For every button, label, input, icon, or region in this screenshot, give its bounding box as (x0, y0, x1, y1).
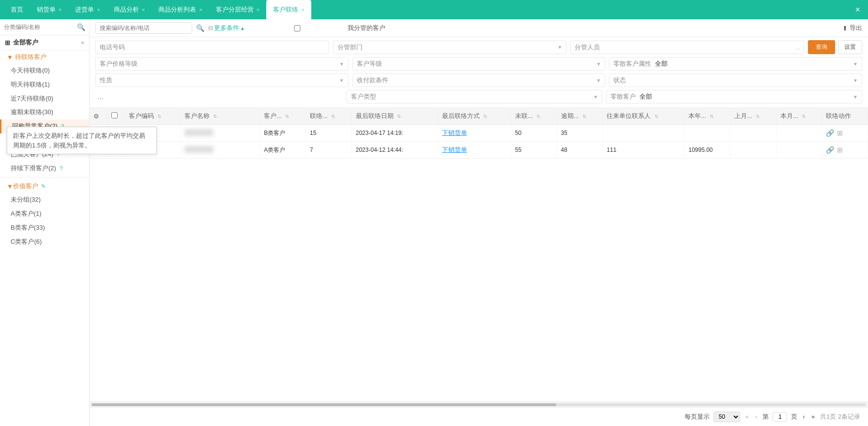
filter-row-4: ... 客户类型 ▼ 零散客户 全部 ▼ (95, 90, 862, 103)
scrollbar-thumb[interactable] (91, 403, 556, 406)
content-area: 距客户上次交易时长，超过了此客户的平均交易周期的1.5倍，则视为异常。 🔍 ⊟ … (90, 19, 868, 426)
row-partner-1: 111 (603, 142, 685, 159)
sidebar-item-b-class[interactable]: B类客户(33) (0, 221, 89, 235)
last-page-btn[interactable]: » (810, 413, 816, 420)
value-arrow-icon: ▼ (7, 183, 13, 190)
sort-contact-icon[interactable]: ⇅ (331, 114, 335, 119)
close-sales-icon[interactable]: × (59, 7, 61, 13)
filter-rows: 电话号码 分管部门 ▼ 分管人员 ... 查询 设置 客户价格等级 (90, 37, 868, 108)
select-all-checkbox[interactable] (111, 112, 118, 118)
query-button[interactable]: 查询 (808, 40, 835, 54)
nav-home[interactable]: 首页 (4, 0, 30, 19)
close-customer-tier-icon[interactable]: × (257, 7, 259, 13)
sparse-attr-field[interactable]: 零散客户属性 全部 ▼ (609, 57, 862, 71)
prev-page-btn[interactable]: ‹ (754, 413, 759, 420)
th-this-year: 本年... ⇅ (685, 108, 731, 125)
th-contact: 联络... ⇅ (306, 108, 352, 125)
export-button[interactable]: ⬆ 导出 (842, 24, 862, 32)
last-method-link-0[interactable]: 下销货单 (442, 129, 467, 136)
sort-code-icon[interactable]: ⇅ (157, 114, 161, 119)
per-page-label: 每页显示 (685, 412, 710, 421)
sidebar-item-overdue-pending[interactable]: 逾期未联络(30) (0, 105, 89, 119)
sidebar-item-c-class[interactable]: C类客户(6) (0, 235, 89, 249)
sidebar-search-icon[interactable]: 🔍 (77, 23, 85, 31)
nav-customer-contact[interactable]: 客户联络 × (266, 0, 311, 19)
horizontal-scrollbar[interactable] (90, 401, 868, 407)
search-input[interactable] (95, 22, 192, 34)
close-product-list-icon[interactable]: × (199, 7, 202, 13)
sort-this-month-icon[interactable]: ⇅ (802, 114, 806, 119)
payment-arrow-icon: ▼ (596, 78, 601, 83)
status-arrow-icon: ▼ (853, 78, 858, 83)
nav-purchase[interactable]: 进货单 × (68, 0, 107, 19)
nav-product-analysis-list[interactable]: 商品分析列表 × (152, 0, 209, 19)
export-icon: ⬆ (842, 25, 848, 32)
last-method-link-1[interactable]: 下销货单 (442, 146, 467, 153)
close-customer-contact-icon[interactable]: × (301, 7, 304, 13)
sidebar-search-input[interactable] (4, 24, 77, 30)
nav-sales[interactable]: 销货单 × (30, 0, 68, 19)
row-this-month-0 (776, 125, 822, 142)
close-purchase-icon[interactable]: × (97, 7, 100, 13)
sparse-attr-value: 全部 (655, 59, 668, 68)
next-page-btn[interactable]: › (801, 413, 806, 420)
customer-type-field[interactable]: 客户类型 ▼ (347, 90, 603, 103)
more-conditions-btn[interactable]: ⊟ 更多条件 ▲ (208, 24, 245, 32)
action-link-icon-0[interactable]: 🔗 (826, 129, 834, 137)
table-row: 2 000031 A类客户 7 2023-04-12 14:44: 下销货单 5… (90, 142, 868, 159)
page-input[interactable] (773, 412, 787, 422)
first-page-btn[interactable]: « (744, 413, 750, 420)
settings-button[interactable]: 设置 (838, 40, 862, 54)
sort-name-icon[interactable]: ⇅ (213, 114, 217, 119)
sidebar-item-declining[interactable]: 持续下滑客户(2) ? (0, 162, 89, 176)
sort-partner-icon[interactable]: ⇅ (655, 114, 658, 119)
nature-arrow-icon: ▼ (339, 78, 344, 83)
payment-field[interactable]: 收付款条件 ▼ (352, 73, 606, 87)
sidebar-item-tomorrow-pending[interactable]: 明天待联络(1) (0, 78, 89, 92)
customer-type-arrow-icon: ▼ (593, 94, 598, 100)
search-button[interactable]: 🔍 (196, 24, 204, 32)
page-size-select[interactable]: 50 100 200 (714, 411, 740, 422)
sidebar-search-area: 🔍 (0, 19, 89, 35)
sort-overdue-icon[interactable]: ⇅ (582, 114, 586, 119)
value-group-header[interactable]: ▼ 价值客户 ✎ (0, 179, 89, 193)
sidebar-item-a-class[interactable]: A类客户(1) (0, 207, 89, 221)
my-customer-checkbox[interactable] (249, 25, 346, 31)
value-edit-icon[interactable]: ✎ (41, 183, 46, 190)
declining-help-icon[interactable]: ? (60, 165, 62, 171)
sidebar-item-unclassified[interactable]: 未分组(32) (0, 193, 89, 207)
window-close-button[interactable]: × (851, 5, 864, 15)
sidebar-item-today-pending[interactable]: 今天待联络(0) (0, 64, 89, 78)
sort-last-month-icon[interactable]: ⇅ (756, 114, 760, 119)
nature-field[interactable]: 性质 ▼ (95, 73, 349, 87)
phone-field[interactable]: 电话号码 (95, 41, 329, 54)
manager-field[interactable]: 分管人员 ... (570, 41, 804, 54)
more-dots[interactable]: ... (95, 92, 106, 101)
my-customer-checkbox-area[interactable]: 我分管的客户 (249, 24, 385, 32)
action-link-icon-1[interactable]: 🔗 (826, 146, 834, 154)
all-customers-header[interactable]: ⊞ 全部客户 « (0, 35, 89, 50)
row-action-0: 🔗 ⊞ (822, 125, 868, 142)
th-checkbox[interactable] (107, 108, 124, 125)
customer-grade-field[interactable]: 客户等级 ▼ (352, 57, 606, 71)
sparse-customer-field[interactable]: 零散客户 全部 ▼ (606, 90, 862, 103)
pending-group-header[interactable]: ▼ 待联络客户 (0, 50, 89, 64)
dept-field[interactable]: 分管部门 ▼ (333, 41, 567, 54)
sparse-customer-value: 全部 (640, 92, 652, 101)
action-grid-icon-1[interactable]: ⊞ (837, 146, 843, 154)
sidebar-item-7day-pending[interactable]: 近7天待联络(0) (0, 92, 89, 106)
th-gear[interactable]: ⚙ (90, 108, 107, 125)
sort-type-icon[interactable]: ⇅ (285, 114, 289, 119)
action-grid-icon-0[interactable]: ⊞ (837, 129, 843, 137)
sort-date-icon[interactable]: ⇅ (397, 114, 401, 119)
collapse-sidebar-icon[interactable]: « (81, 39, 84, 46)
close-product-analysis-icon[interactable]: × (142, 7, 145, 13)
row-overdue-1: 48 (557, 142, 603, 159)
status-field[interactable]: 状态 ▼ (609, 73, 862, 87)
nav-customer-tier[interactable]: 客户分层经营 × (209, 0, 266, 19)
sort-method-icon[interactable]: ⇅ (483, 114, 487, 119)
sort-year-icon[interactable]: ⇅ (710, 114, 714, 119)
sort-uncontacted-icon[interactable]: ⇅ (536, 114, 540, 119)
nav-product-analysis[interactable]: 商品分析 × (107, 0, 152, 19)
price-grade-field[interactable]: 客户价格等级 ▼ (95, 57, 349, 71)
